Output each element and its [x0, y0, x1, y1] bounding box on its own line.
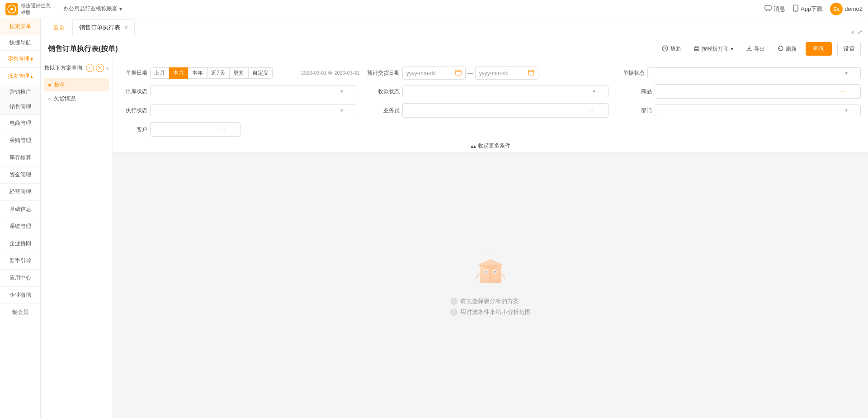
schema-item-label-order: 按单 [54, 81, 65, 89]
query-button[interactable]: 查询 [806, 42, 832, 56]
date-field-label: 单据日期 [120, 69, 147, 77]
sidebar-item-app-center[interactable]: 应用中心 [0, 270, 40, 287]
out-status-label: 出库状态 [120, 88, 147, 95]
sidebar-item-ecommerce[interactable]: 电商管理 [0, 115, 40, 132]
sidebar-item-quick-nav[interactable]: 快捷导航 [0, 35, 40, 51]
date-btn-this-year[interactable]: 本年 [188, 67, 207, 79]
goods-input[interactable]: ··· [655, 84, 861, 99]
tab-home-label: 首页 [53, 24, 65, 31]
sidebar-item-vip[interactable]: 畅会员 [0, 304, 40, 321]
schema-buttons: + ✎ « [86, 64, 109, 72]
date-btn-more[interactable]: 更多 [229, 67, 248, 79]
schema-panel-title: 按以下方案查询 [44, 64, 82, 72]
exec-status-group: 执行状态 ▾ [120, 104, 356, 116]
expected-date-group: 预计交货日期 yyyy-mm-dd — yyy [367, 66, 610, 80]
basic-info-label: 基础信息 [9, 205, 31, 213]
sidebar-item-enterprise-wechat[interactable]: 企业微信 [0, 287, 40, 304]
sidebar-item-newcomer[interactable]: 新手引导 [0, 252, 40, 270]
date-from-input[interactable]: yyyy-mm-dd [402, 66, 466, 80]
customer-dots-icon[interactable]: ··· [218, 125, 227, 134]
sidebar-item-basic-info[interactable]: 基础信息 [0, 201, 40, 218]
retail-label: 零售管理 [8, 55, 29, 63]
export-label: 导出 [754, 45, 765, 53]
tab-sales-label: 销售订单执行表 [79, 24, 120, 31]
out-status-dropdown[interactable]: ▾ [150, 86, 356, 97]
ecommerce-label: 电商管理 [9, 119, 31, 127]
sidebar-item-system[interactable]: 系统管理 [0, 218, 40, 235]
app-download-button[interactable]: App下载 [793, 5, 823, 13]
date-btn-this-month[interactable]: 本月 [169, 67, 188, 79]
purchasing-label: 采购管理 [9, 137, 31, 144]
enterprise-wechat-label: 企业微信 [9, 291, 31, 299]
avatar: Ea [830, 3, 843, 15]
svg-point-3 [795, 10, 796, 11]
schema-header: 按以下方案查询 + ✎ « [44, 64, 109, 75]
user-profile-button[interactable]: Ea demo2 [830, 3, 863, 15]
tab-sales-order-exec[interactable]: 销售订单执行表 × [72, 19, 135, 36]
sidebar-item-finance[interactable]: 资金管理 [0, 166, 40, 184]
svg-rect-8 [456, 70, 461, 75]
collapse-bar[interactable]: ▴▴ 收起更多条件 [113, 139, 868, 153]
sidebar-item-enterprise[interactable]: 企业协同 [0, 235, 40, 252]
schema-add-button[interactable]: + [86, 64, 94, 72]
date-from-placeholder: yyyy-mm-dd [406, 70, 436, 76]
empty-tips: 1 请先选择要分析的方案 2 用过滤条件来缩小分析范围 [450, 297, 531, 319]
filter-row-3: 执行状态 ▾ 业务员 ··· [120, 103, 861, 118]
schema-collapse-button[interactable]: « [106, 65, 109, 71]
expected-date-label: 预计交货日期 [367, 69, 400, 77]
exec-status-dropdown[interactable]: ▾ [150, 104, 356, 116]
help-button[interactable]: ? 帮助 [658, 43, 684, 55]
goods-dots-icon[interactable]: ··· [839, 87, 848, 96]
print-icon [693, 45, 700, 53]
customer-input[interactable]: ··· [150, 122, 241, 137]
print-button[interactable]: 按模板打印 ▾ [690, 43, 737, 55]
export-button[interactable]: 导出 [742, 43, 769, 55]
order-status-dropdown[interactable]: ▾ [647, 67, 861, 79]
window-expand-button[interactable]: ⤢ [857, 28, 863, 36]
tab-close-icon[interactable]: × [125, 24, 128, 31]
finance-label: 资金管理 [9, 171, 31, 179]
sidebar-item-inventory[interactable]: 库存核算 [0, 149, 40, 166]
sidebar-item-search-menu[interactable]: 搜索菜单 [0, 18, 40, 35]
sidebar-item-operations[interactable]: 经营管理 [0, 184, 40, 201]
dept-group: 部门 ▾ [625, 104, 861, 116]
date-to-input[interactable]: yyyy-mm-dd [475, 66, 538, 80]
sidebar-item-retail-management[interactable]: 零售管理 ▾ [0, 51, 40, 67]
customer-label: 客户 [120, 126, 147, 133]
payment-status-label: 收款状态 [373, 88, 400, 95]
filter-container: 单据日期 上月 本月 本年 近7天 更多 自定义 2023-03-01 至 20… [113, 60, 868, 139]
tab-home[interactable]: 首页 [46, 19, 71, 36]
full-content: 按以下方案查询 + ✎ « ● 按单 ○ 欠货情况 [41, 60, 868, 418]
operations-label: 经营管理 [9, 188, 31, 196]
calendar-from-icon [455, 69, 462, 77]
date-to-placeholder: yyyy-mm-dd [479, 70, 509, 76]
salesperson-input[interactable]: ··· [402, 103, 609, 118]
schema-item-by-order[interactable]: ● 按单 [44, 78, 109, 91]
tab-bar: 首页 销售订单执行表 × × ⤢ [41, 18, 868, 36]
payment-status-dropdown[interactable]: ▾ [402, 86, 609, 97]
top-header: 畅捷通好生意 标版 办公用品行业模拟账套 ▾ 消息 [0, 0, 868, 18]
empty-tip-2: 2 用过滤条件来缩小分析范围 [450, 308, 531, 316]
breadcrumb-area[interactable]: 办公用品行业模拟账套 ▾ [63, 5, 122, 13]
date-btn-custom[interactable]: 自定义 [248, 67, 273, 79]
sidebar-item-purchasing[interactable]: 采购管理 [0, 132, 40, 149]
content-area: 首页 销售订单执行表 × × ⤢ 销售订单执行表(按单) ? 帮助 [41, 18, 868, 418]
app-download-label: App下载 [801, 5, 823, 13]
sidebar-item-marketing[interactable]: 营销推广 [0, 85, 40, 100]
date-btn-last-7[interactable]: 近7天 [207, 67, 229, 79]
schema-item-by-debt[interactable]: ○ 欠货情况 [44, 92, 109, 105]
date-btn-last-month[interactable]: 上月 [150, 67, 169, 79]
sidebar-item-sales-management[interactable]: 销售管理 [0, 100, 40, 114]
refresh-button[interactable]: 刷新 [774, 43, 800, 55]
search-menu-label: 搜索菜单 [3, 23, 38, 30]
header-left: 畅捷通好生意 标版 办公用品行业模拟账套 ▾ [5, 2, 122, 15]
message-button[interactable]: 消息 [764, 5, 785, 13]
sidebar-item-wholesale-management[interactable]: 批发管理 ▴ [0, 68, 40, 85]
schema-edit-button[interactable]: ✎ [96, 64, 104, 72]
svg-point-15 [494, 271, 496, 273]
phone-icon [793, 5, 799, 13]
window-close-button[interactable]: × [851, 28, 854, 36]
salesperson-dots-icon[interactable]: ··· [586, 106, 595, 115]
settings-button[interactable]: 设置 [837, 42, 861, 56]
dept-dropdown[interactable]: ▾ [655, 104, 861, 116]
